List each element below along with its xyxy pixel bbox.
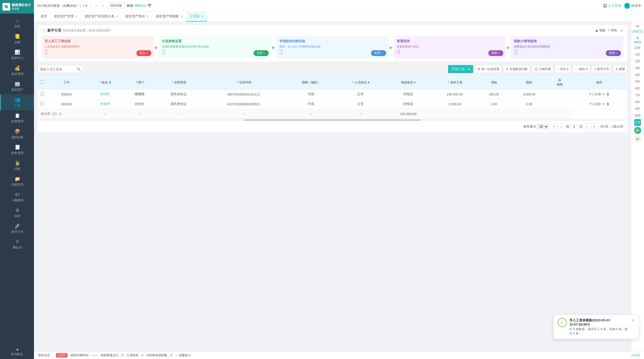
next-page-btn[interactable]: › xyxy=(584,123,591,130)
sidebar-item-fixed-assets[interactable]: 🏢固定资产 xyxy=(0,79,34,94)
month-item-12[interactable]: 12月 xyxy=(634,44,641,51)
add-employee-btn[interactable]: 添加人员 ▾ xyxy=(448,65,473,73)
month-item-2[interactable]: 2月 xyxy=(634,58,641,65)
row-tax xyxy=(548,89,571,99)
refresh-btn[interactable]: ↻ 刷新 xyxy=(613,65,627,73)
action-edit-btn[interactable]: ✏ xyxy=(602,102,605,106)
name-link[interactable]: 徐泽华 xyxy=(100,92,110,96)
panel-circle-btn-2[interactable]: ⇄ xyxy=(634,135,641,142)
operations-btn[interactable]: ⋯ 操作 ▾ xyxy=(573,65,590,73)
sidebar-item-guide[interactable]: 🚀新手引导 xyxy=(0,221,34,237)
account-selector[interactable]: 刘小艳演示账套（勿删勿动！）1 ▾ xyxy=(37,4,87,8)
tab-fixed-category[interactable]: 固定资产类别✕ xyxy=(122,12,152,22)
select-all-checkbox[interactable] xyxy=(37,76,47,89)
month-item-9[interactable]: 9月 xyxy=(634,106,641,112)
user-menu[interactable]: 👤 徐泽华 xyxy=(624,3,641,9)
nav-icon-home: ⌂ xyxy=(16,18,19,23)
month-item-8[interactable]: 8月 xyxy=(634,99,641,106)
prev-page-btn[interactable]: ‹ xyxy=(558,123,565,130)
col-performance: 绩效 xyxy=(510,76,548,89)
service-btn[interactable]: 🎧 人工咨询 xyxy=(603,4,621,8)
charge-link[interactable]: 去充值 xyxy=(631,353,640,357)
sidebar-item-tax[interactable]: 🧾税务管理 xyxy=(0,142,34,158)
guide-video-btn[interactable]: ▶ 视频 xyxy=(596,28,605,33)
add-account-btn[interactable]: + xyxy=(95,4,97,8)
action-delete-btn[interactable]: 🗑 xyxy=(607,102,610,106)
page-size-selector[interactable]: 每页显示 10 20 50 xyxy=(523,124,548,129)
month-item-1[interactable]: 1月 xyxy=(634,51,641,58)
tab-payroll[interactable]: 工资表✕ xyxy=(186,12,207,22)
panel-collapse-btn[interactable]: ≫ xyxy=(635,24,640,28)
social-insurance-btn[interactable]: ⚙ 统一社保设置 xyxy=(475,65,502,73)
month-item-4[interactable]: 4月 xyxy=(634,72,641,78)
tab-depreciation[interactable]: 固定资产折旧统计表✕ xyxy=(81,12,122,22)
switch-version-btn[interactable]: 切到旧版 xyxy=(107,3,125,9)
step-5-btn[interactable]: 查看＞ xyxy=(606,50,621,56)
tab-fixed-asset[interactable]: 固定资产管理✕ xyxy=(51,12,81,22)
row-name[interactable]: 李俊杰 xyxy=(86,99,124,109)
tab-close-payroll[interactable]: ✕ xyxy=(201,15,204,18)
page-size-select[interactable]: 10 20 50 xyxy=(537,124,548,129)
sidebar-item-finance[interactable]: 💰资金管理 xyxy=(0,63,34,79)
panel-up-arrow[interactable]: ▲ xyxy=(636,34,639,40)
sidebar-item-archive[interactable]: 📁归档管理 xyxy=(0,174,34,189)
row-name[interactable]: 徐泽华 xyxy=(86,89,124,99)
tab-fixed-detail[interactable]: 固定资产明细账✕ xyxy=(152,12,186,22)
month-item-7[interactable]: 7月 xyxy=(634,92,641,99)
step-5-desc: 查看税款计算过程及明细数据 xyxy=(514,44,620,49)
step-3-btn[interactable]: 查看＞ xyxy=(371,50,386,56)
sidebar-item-ledger[interactable]: 📒总账 xyxy=(0,31,34,47)
last-page-btn[interactable]: 》 xyxy=(592,123,599,130)
footer-dash-8 xyxy=(478,109,510,119)
month-item-6[interactable]: 6月 xyxy=(634,85,641,92)
action-social-btn[interactable]: 个人社保 xyxy=(589,92,601,96)
month-item-3[interactable]: 3月 xyxy=(634,65,641,72)
tab-close-depreciation[interactable]: ✕ xyxy=(116,15,118,18)
special-deduction-btn[interactable]: ✦ 专项附加扣除 xyxy=(504,65,530,73)
tab-close-fixed-detail[interactable]: ✕ xyxy=(180,15,183,18)
col-allowance: 津贴 xyxy=(478,76,510,89)
export-btn[interactable]: ↑ 导出 ▾ xyxy=(555,65,571,73)
step-4-desc: 快速查看统计信息 xyxy=(397,44,503,49)
row-checkbox[interactable] xyxy=(37,99,47,109)
sidebar-item-home[interactable]: ⌂首页 xyxy=(0,16,34,31)
month-item-5[interactable]: 5月 xyxy=(634,78,641,85)
sidebar-item-expense[interactable]: 📋发票管理 xyxy=(0,110,34,126)
guide-help-btn[interactable]: ? 帮助 xyxy=(608,28,617,33)
panel-circle-btn-1[interactable]: 🔔 xyxy=(634,127,641,134)
sidebar-item-purchase-sales[interactable]: 📦进销台账 xyxy=(0,126,34,142)
month-item-10[interactable]: 10月 xyxy=(634,112,641,119)
month-item-11[interactable]: 11月 xyxy=(634,119,641,126)
action-social-btn[interactable]: 个人社保 xyxy=(589,102,601,106)
sidebar-item-expense-report[interactable]: 🏷小畅报销 xyxy=(0,189,34,205)
toast-close-btn[interactable]: ✕ xyxy=(631,318,635,323)
step-2-btn[interactable]: 设置＞ xyxy=(254,50,269,56)
sidebar-item-member[interactable]: V畅会员 xyxy=(0,237,34,252)
tab-home[interactable]: 首页 xyxy=(37,12,51,22)
search-icon[interactable]: 🔍 xyxy=(76,67,81,71)
guide-btn[interactable]: ? 新手引导 xyxy=(592,65,611,73)
name-link[interactable]: 李俊杰 xyxy=(100,102,110,106)
sidebar-item-close[interactable]: 🔒结账 xyxy=(0,158,34,174)
search-input[interactable] xyxy=(40,67,75,71)
add-btn-dropdown-arrow[interactable]: ▾ xyxy=(466,67,470,71)
first-page-btn[interactable]: 《 xyxy=(550,123,557,130)
row-checkbox[interactable] xyxy=(37,89,47,99)
guide-close-btn[interactable]: ✕ xyxy=(620,28,623,33)
sidebar-item-reports[interactable]: 📊报表中心 xyxy=(0,47,34,63)
sidebar-item-payroll[interactable]: 👥工资 xyxy=(0,94,34,110)
sidebar-item-settings[interactable]: ⚙设置 xyxy=(0,205,34,221)
unpin-button[interactable]: ◀ 取消固定 xyxy=(0,345,34,359)
step-1-btn[interactable]: 导入＞ xyxy=(136,50,151,56)
app-logo: 畅 畅捷通好会计 专业版 xyxy=(0,0,34,14)
calendar-icon[interactable]: 📅 xyxy=(147,4,151,8)
page-number-input[interactable] xyxy=(570,124,578,129)
action-edit-btn[interactable]: ✏ xyxy=(602,92,605,96)
tab-close-fixed-category[interactable]: ✕ xyxy=(146,15,149,18)
settings-btn[interactable]: ⚙ xyxy=(101,4,104,8)
action-delete-btn[interactable]: 🗑 xyxy=(607,92,610,96)
tab-close-fixed-asset[interactable]: ✕ xyxy=(75,15,78,18)
content-area: 📄 新手引导 5步快速完成设置，快去完善信息吧～ ▶ 视频 ? 帮助 xyxy=(34,22,631,351)
step-4-btn[interactable]: 查看＞ xyxy=(488,50,503,56)
tax-filing-btn[interactable]: 📋 个税申报 xyxy=(532,65,553,73)
